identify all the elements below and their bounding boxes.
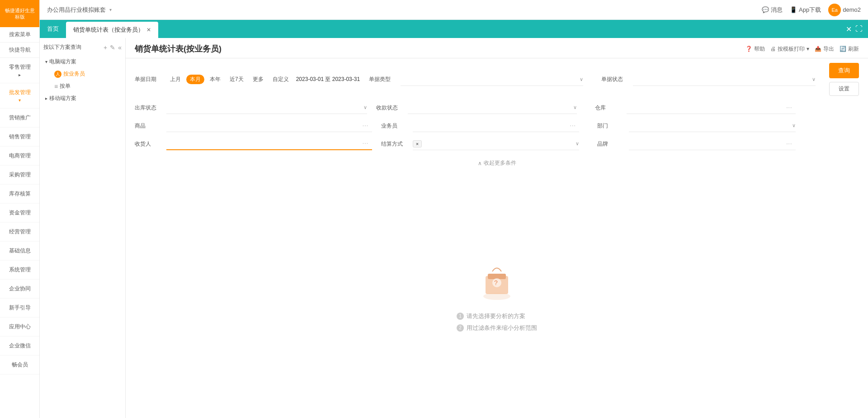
settlement-tag: × <box>413 140 422 147</box>
print-dropdown-icon: ▾ <box>807 46 809 52</box>
tab-fullscreen-icon[interactable]: ⛶ <box>855 25 863 33</box>
last-month-btn[interactable]: 上月 <box>166 75 184 84</box>
out-status-label: 出库状态 <box>135 104 166 112</box>
app-logo: 畅捷通好生意 标版 <box>0 0 39 27</box>
tree-desktop-group[interactable]: ▾ 电脑端方案 <box>43 56 122 68</box>
this-year-btn[interactable]: 本年 <box>206 75 224 84</box>
sidebar: 畅捷通好生意 标版 搜索菜单 快捷导航 零售管理 ▸ 批发管理 ▾ 营销推广 销… <box>0 0 40 418</box>
date-label: 单据日期 <box>135 76 166 83</box>
svg-text:?: ? <box>494 279 498 286</box>
export-btn[interactable]: 📤 导出 <box>815 45 834 53</box>
tip-1-text: 请先选择要分析的方案 <box>467 312 525 320</box>
scheme-tree: ▾ 电脑端方案 人 按业务员 ≡ 按单 ▸ 移动端方案 <box>43 56 122 104</box>
filter-row-3: 商品 ··· 业务员 ··· 部门 ∨ <box>135 119 859 132</box>
breadcrumb-dropdown-icon[interactable]: ▾ <box>109 7 112 12</box>
newbie-label: 新手引导 <box>9 304 31 312</box>
refresh-btn[interactable]: 🔄 刷新 <box>840 45 859 53</box>
scheme-by-order[interactable]: ≡ 按单 <box>52 80 122 92</box>
page-actions: ❓ 帮助 🖨 按模板打印 ▾ 📤 导出 🔄 刷新 <box>745 45 859 53</box>
app-download-btn[interactable]: 📱 App下载 <box>790 6 821 14</box>
consignee-field[interactable]: ··· <box>166 138 372 150</box>
more-btn[interactable]: 更多 <box>249 75 267 84</box>
last7-btn[interactable]: 近7天 <box>226 75 247 84</box>
sidebar-item-basic[interactable]: 基础信息 <box>0 242 39 261</box>
order-scheme-icon: ≡ <box>54 83 58 90</box>
template-print-btn[interactable]: 🖨 按模板打印 ▾ <box>770 45 809 53</box>
empty-tips: 1 请先选择要分析的方案 2 用过滤条件来缩小分析范围 <box>457 312 537 336</box>
product-field[interactable]: ··· <box>166 119 372 132</box>
tab-close-icon[interactable]: ✕ <box>146 27 151 33</box>
tab-home[interactable]: 首页 <box>40 20 66 38</box>
scheme-by-salesperson[interactable]: 人 按业务员 <box>52 68 122 80</box>
custom-btn[interactable]: 自定义 <box>269 75 292 84</box>
this-month-btn[interactable]: 本月 <box>186 75 204 84</box>
collapse-conditions-btn[interactable]: ∧ 收起更多条件 <box>135 156 859 171</box>
dept-select[interactable]: ∨ <box>629 119 796 132</box>
product-label: 商品 <box>135 122 166 130</box>
sidebar-search[interactable]: 搜索菜单 <box>0 27 39 43</box>
date-quick-btns: 上月 本月 本年 近7天 更多 自定义 <box>166 75 292 84</box>
sales-label: 销售管理 <box>9 133 31 141</box>
logo-text: 畅捷通好生意 <box>5 7 35 14</box>
sidebar-item-wholesale[interactable]: 批发管理 ▾ <box>0 83 39 109</box>
sidebar-item-operations[interactable]: 经营管理 <box>0 223 39 242</box>
edit-scheme-icon[interactable]: ✎ <box>110 44 115 51</box>
user-menu[interactable]: Ea demo2 <box>828 4 861 16</box>
help-label: 帮助 <box>754 45 765 53</box>
tree-mobile-group[interactable]: ▸ 移动端方案 <box>43 92 122 104</box>
help-btn[interactable]: ❓ 帮助 <box>745 45 765 53</box>
sidebar-quick-nav[interactable]: 快捷导航 <box>0 43 39 58</box>
sidebar-item-inventory[interactable]: 库存核算 <box>0 185 39 204</box>
settlement-label: 结算方式 <box>381 140 413 148</box>
app-download-label: App下载 <box>799 6 821 14</box>
wholesale-label: 批发管理 <box>9 89 31 96</box>
settlement-tag-close[interactable]: × <box>416 141 419 147</box>
query-button[interactable]: 查询 <box>829 63 859 78</box>
sidebar-item-retail[interactable]: 零售管理 ▸ <box>0 58 39 83</box>
sidebar-item-member[interactable]: 畅会员 <box>0 356 39 375</box>
tab-home-label: 首页 <box>47 25 59 33</box>
sidebar-item-finance[interactable]: 资金管理 <box>0 204 39 223</box>
main-area: 办公用品行业模拟账套 ▾ 💬 消息 📱 App下载 Ea demo2 首页 销货… <box>40 0 868 418</box>
payment-status-select[interactable]: ∨ <box>408 101 577 114</box>
sidebar-item-newbie[interactable]: 新手引导 <box>0 299 39 318</box>
tab-bar: 首页 销货单统计表（按业务员） ✕ ✕ ⛶ <box>40 20 868 38</box>
page-header: 销货单统计表(按业务员) ❓ 帮助 🖨 按模板打印 ▾ 📤 导出 <box>126 38 868 58</box>
settlement-select[interactable]: × ∨ <box>413 138 580 150</box>
page-title: 销货单统计表(按业务员) <box>135 43 222 54</box>
salesperson-label: 业务员 <box>381 122 413 130</box>
sidebar-item-sales[interactable]: 销售管理 <box>0 128 39 147</box>
settings-button[interactable]: 设置 <box>829 82 859 96</box>
sidebar-item-marketing[interactable]: 营销推广 <box>0 109 39 128</box>
sidebar-item-corpwechat[interactable]: 企业微信 <box>0 337 39 356</box>
warehouse-field[interactable]: ··· <box>627 101 796 114</box>
sidebar-item-corp[interactable]: 企业协同 <box>0 280 39 299</box>
message-btn[interactable]: 💬 消息 <box>762 6 783 14</box>
collapse-panel-icon[interactable]: « <box>118 44 122 51</box>
sidebar-item-system[interactable]: 系统管理 <box>0 261 39 280</box>
empty-tip-2: 2 用过滤条件来缩小分析范围 <box>457 324 537 332</box>
download-icon: 📱 <box>790 6 797 13</box>
out-status-select[interactable]: ∨ <box>166 101 367 114</box>
refresh-label: 刷新 <box>848 45 859 53</box>
appcenter-label: 应用中心 <box>9 323 31 331</box>
sidebar-item-purchase[interactable]: 采购管理 <box>0 166 39 185</box>
filter-row-4: 收货人 ··· 结算方式 × ∨ 品牌 <box>135 138 859 150</box>
doc-status-select[interactable]: ∨ <box>633 73 816 86</box>
salesperson-field[interactable]: ··· <box>413 119 580 132</box>
brand-label: 品牌 <box>597 140 629 148</box>
brand-field[interactable]: ··· <box>629 138 796 150</box>
tip-2-text: 用过滤条件来缩小分析范围 <box>467 324 537 332</box>
tab-sales-stat[interactable]: 销货单统计表（按业务员） ✕ <box>66 22 158 38</box>
dept-arrow: ∨ <box>792 123 796 128</box>
doc-type-select[interactable]: ∨ <box>401 73 583 86</box>
add-scheme-icon[interactable]: + <box>104 44 107 51</box>
doc-status-arrow: ∨ <box>812 76 816 82</box>
collapse-label: 收起更多条件 <box>484 159 516 167</box>
sidebar-item-appcenter[interactable]: 应用中心 <box>0 318 39 337</box>
message-label: 消息 <box>771 6 783 14</box>
tab-close-all-icon[interactable]: ✕ <box>846 25 852 33</box>
basic-label: 基础信息 <box>9 247 31 255</box>
message-icon: 💬 <box>762 6 769 13</box>
sidebar-item-ecommerce[interactable]: 电商管理 <box>0 147 39 166</box>
